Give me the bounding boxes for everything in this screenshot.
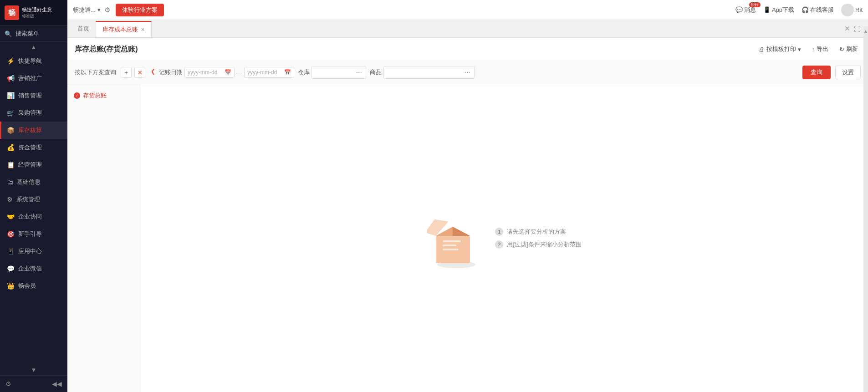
- date-end-placeholder: yyyy-mm-dd: [247, 69, 277, 76]
- filter-add-button[interactable]: +: [121, 67, 132, 78]
- sidebar-scroll-down[interactable]: ▼: [0, 365, 67, 375]
- online-service-button[interactable]: 🎧 在线客服: [802, 6, 834, 14]
- empty-hint-2: 2 用[过滤]条件来缩小分析范围: [495, 240, 581, 249]
- tab-home-label: 首页: [77, 25, 89, 33]
- filter-label: 按以下方案查询: [75, 68, 116, 76]
- content-area: 库存总账(存货总账) 🖨 按模板打印 ▾ ↑ 导出 ↻ 刷新 按以下方案查询: [67, 38, 868, 392]
- sidebar-item-basic-info[interactable]: 🗂 基础信息: [0, 173, 67, 191]
- sidebar-item-label: 基础信息: [17, 178, 41, 186]
- operations-icon: 📋: [7, 161, 15, 168]
- filter-fields: 记账日期 yyyy-mm-dd 📅 — yyyy-mm-dd 📅 仓库: [159, 66, 798, 79]
- sidebar-search[interactable]: 🔍 搜索菜单: [0, 26, 67, 42]
- scheme-panel: ✓ 存货总账: [67, 84, 868, 392]
- sidebar-footer: ⚙ ◀◀: [0, 375, 67, 392]
- filter-delete-button[interactable]: ✕: [134, 67, 145, 78]
- sidebar-item-app-center[interactable]: 📱 应用中心: [0, 243, 67, 260]
- sidebar-item-label: 资金管理: [18, 143, 42, 152]
- filter-bar: 按以下方案查询 + ✕ 《 记账日期 yyyy-mm-dd 📅 — yyyy-m…: [67, 61, 868, 84]
- main-area: 畅捷通... ▾ ⚙ 体验行业方案 💬 消息 99+ 📱 App下载 🎧 在线客…: [67, 0, 868, 392]
- svg-marker-3: [453, 227, 470, 236]
- sidebar-logo: 畅 畅捷通好生意 标准版: [0, 0, 67, 26]
- hint-num-1: 1: [495, 228, 503, 236]
- sales-icon: 📊: [7, 92, 15, 99]
- filter-collapse-button[interactable]: 《: [148, 68, 154, 76]
- app-download-label: App下载: [772, 6, 794, 14]
- sidebar-item-sales[interactable]: 📊 销售管理: [0, 87, 67, 104]
- sidebar-search-label: 搜索菜单: [15, 30, 39, 38]
- tab-close-panel-icon[interactable]: ✕: [844, 25, 850, 33]
- settings-button[interactable]: 设置: [835, 66, 861, 79]
- sidebar-item-member[interactable]: 👑 畅会员: [0, 277, 67, 295]
- sidebar-settings-icon[interactable]: ⚙: [5, 380, 11, 387]
- refresh-button[interactable]: ↻ 刷新: [837, 43, 861, 55]
- tab-inventory-cost-label: 库存成本总账: [102, 25, 138, 34]
- trial-button[interactable]: 体验行业方案: [116, 4, 164, 16]
- hint-text-1: 请先选择要分析的方案: [507, 228, 566, 236]
- sidebar-item-enterprise[interactable]: 🤝 企业协同: [0, 208, 67, 225]
- app-download-button[interactable]: 📱 App下载: [763, 6, 794, 14]
- sidebar-item-label: 库存核算: [18, 126, 42, 134]
- breadcrumb-text: 畅捷通...: [73, 6, 96, 14]
- sidebar-item-finance[interactable]: 💰 资金管理: [0, 139, 67, 156]
- print-button[interactable]: 🖨 按模板打印 ▾: [756, 43, 804, 55]
- wechat-icon: 💬: [7, 265, 15, 272]
- sidebar-item-system[interactable]: ⚙ 系统管理: [0, 191, 67, 208]
- tab-home[interactable]: 首页: [71, 21, 96, 36]
- scroll-up-arrow[interactable]: ▲: [861, 26, 868, 36]
- date-end-input[interactable]: yyyy-mm-dd 📅: [244, 67, 294, 78]
- empty-illustration: [427, 211, 481, 265]
- sidebar-item-purchase[interactable]: 🛒 采购管理: [0, 104, 67, 122]
- quick-nav-icon: ⚡: [7, 57, 15, 65]
- sidebar-item-label: 新手引导: [18, 230, 42, 238]
- app-logo-icon: 畅: [5, 5, 19, 20]
- refresh-icon: ↻: [839, 46, 844, 53]
- newbie-icon: 🎯: [7, 230, 15, 238]
- query-button[interactable]: 查询: [802, 66, 831, 79]
- breadcrumb: 畅捷通... ▾: [73, 6, 101, 14]
- page-title: 库存总账(存货总账): [75, 45, 138, 54]
- sidebar: 畅 畅捷通好生意 标准版 🔍 搜索菜单 ▲ ⚡ 快捷导航 📢 营销推广 📊 销售…: [0, 0, 67, 392]
- goods-label: 商品: [370, 68, 382, 76]
- sidebar-item-label: 畅会员: [18, 282, 36, 290]
- right-scrollbar[interactable]: ▲: [863, 26, 868, 392]
- refresh-label: 刷新: [846, 45, 858, 53]
- goods-input[interactable]: ···: [383, 66, 475, 79]
- sidebar-item-newbie[interactable]: 🎯 新手引导: [0, 225, 67, 243]
- sidebar-item-wechat[interactable]: 💬 企业微信: [0, 260, 67, 277]
- sidebar-item-marketing[interactable]: 📢 营销推广: [0, 70, 67, 87]
- app-badge: 标准版: [22, 13, 52, 19]
- topbar: 畅捷通... ▾ ⚙ 体验行业方案 💬 消息 99+ 📱 App下载 🎧 在线客…: [67, 0, 868, 20]
- page-header-actions: 🖨 按模板打印 ▾ ↑ 导出 ↻ 刷新: [756, 43, 861, 55]
- user-menu[interactable]: Rit: [841, 4, 863, 16]
- topbar-right: 💬 消息 99+ 📱 App下载 🎧 在线客服 Rit: [735, 4, 863, 16]
- sidebar-item-inventory[interactable]: 📦 库存核算: [0, 122, 67, 139]
- calendar-end-icon: 📅: [284, 69, 291, 76]
- warehouse-input[interactable]: ···: [311, 66, 366, 79]
- sidebar-item-operations[interactable]: 📋 经营管理: [0, 156, 67, 173]
- page-header: 库存总账(存货总账) 🖨 按模板打印 ▾ ↑ 导出 ↻ 刷新: [67, 38, 868, 61]
- tab-expand-icon[interactable]: ⛶: [854, 25, 861, 33]
- empty-hint-1: 1 请先选择要分析的方案: [495, 228, 581, 236]
- online-service-label: 在线客服: [810, 6, 834, 14]
- date-separator: —: [236, 69, 242, 76]
- tab-close-icon[interactable]: ✕: [141, 27, 145, 33]
- app-center-icon: 📱: [7, 248, 15, 255]
- sidebar-item-quick-nav[interactable]: ⚡ 快捷导航: [0, 52, 67, 70]
- topbar-gear-icon[interactable]: ⚙: [104, 6, 110, 14]
- message-button[interactable]: 💬 消息 99+: [735, 6, 756, 14]
- goods-field-group: 商品 ···: [370, 66, 475, 79]
- sidebar-item-label: 营销推广: [18, 74, 42, 82]
- sidebar-item-label: 销售管理: [18, 92, 42, 100]
- export-button[interactable]: ↑ 导出: [809, 43, 832, 55]
- scheme-item-inventory[interactable]: ✓ 存货总账: [67, 88, 140, 103]
- warehouse-label: 仓库: [298, 68, 310, 76]
- date-start-placeholder: yyyy-mm-dd: [188, 69, 217, 76]
- svg-rect-6: [443, 244, 456, 246]
- date-start-input[interactable]: yyyy-mm-dd 📅: [184, 67, 235, 78]
- marketing-icon: 📢: [7, 75, 15, 82]
- sidebar-collapse-icon[interactable]: ◀◀: [52, 380, 62, 387]
- tab-inventory-cost[interactable]: 库存成本总账 ✕: [96, 21, 152, 37]
- app-download-icon: 📱: [763, 6, 771, 13]
- breadcrumb-dropdown-icon[interactable]: ▾: [97, 6, 101, 13]
- sidebar-scroll-up[interactable]: ▲: [0, 42, 67, 52]
